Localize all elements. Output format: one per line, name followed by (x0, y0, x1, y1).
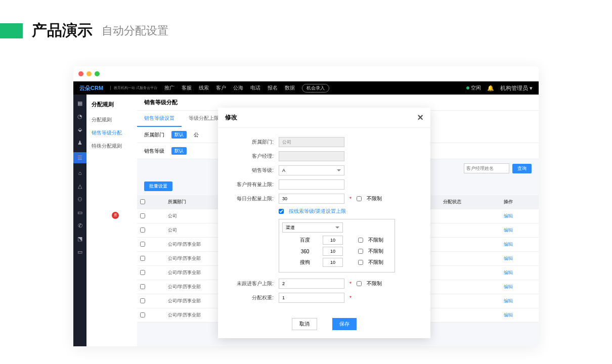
edit-link[interactable]: 编辑 (501, 266, 539, 280)
rail-home-icon[interactable]: ⌂ (76, 169, 83, 176)
nav-support[interactable]: 客服 (182, 84, 192, 92)
rail-warn-icon[interactable]: △ (76, 183, 83, 190)
th-status: 分配状态 (440, 195, 501, 209)
label-weight: 分配权重: (228, 294, 274, 301)
row-checkbox[interactable] (140, 312, 145, 317)
filter-dept-val: 公 (194, 131, 199, 139)
channel-input[interactable] (323, 258, 343, 267)
channel-input[interactable] (323, 236, 343, 245)
rail-doc-icon[interactable]: ▭ (76, 209, 83, 216)
float-badge[interactable]: 库 (112, 212, 119, 219)
channel-nolimit-label: 不限制 (368, 259, 383, 266)
rail-tag-icon[interactable]: ⬔ (76, 235, 83, 242)
modal-title: 修改 (225, 113, 237, 122)
opportunity-entry-button[interactable]: 机会录入 (302, 84, 329, 93)
bell-icon[interactable]: 🔔 (487, 85, 494, 92)
th-checkbox[interactable] (137, 195, 165, 209)
cb-by-channel[interactable] (279, 209, 284, 214)
accent-block (0, 23, 23, 38)
nav-customers[interactable]: 客户 (216, 84, 226, 92)
icon-rail: ▦ ◔ ⬙ ♟ ☰ ⌂ △ ⚇ ▭ ✆ ⬔ ▭ (73, 95, 86, 346)
rail-card-icon[interactable]: ▭ (76, 248, 83, 255)
nav-promo[interactable]: 推广 (164, 84, 174, 92)
label-by-channel: 按线索等级/渠道设置上限 (289, 208, 346, 215)
minimize-dot[interactable] (86, 71, 92, 76)
sidebar-item-special[interactable]: 特殊分配规则 (86, 140, 137, 153)
rail-assign-icon[interactable]: ☰ (73, 152, 86, 163)
sidebar: 分配规则 分配规则 销售等级分配 特殊分配规则 (86, 95, 137, 346)
label-level: 销售等级: (228, 167, 274, 174)
batch-set-button[interactable]: 批量设置 (144, 181, 172, 191)
rail-chart-icon[interactable]: ⬙ (76, 126, 83, 133)
select-level[interactable]: A (279, 165, 344, 175)
edit-link[interactable]: 编辑 (501, 280, 539, 294)
close-dot[interactable] (78, 71, 83, 76)
filter-dept-tag[interactable]: 默认 (171, 131, 187, 139)
edit-link[interactable]: 编辑 (501, 223, 539, 238)
rail-phone-icon[interactable]: ✆ (76, 222, 83, 229)
label-unfollow: 未跟进客户上限: (228, 280, 274, 287)
label-dept: 所属部门: (228, 139, 274, 146)
filter-level-label: 销售等级 (144, 148, 164, 155)
close-icon[interactable]: × (417, 112, 423, 123)
channel-nolimit-cb[interactable] (358, 260, 363, 265)
input-hold[interactable] (279, 179, 344, 190)
tab-level-setting[interactable]: 销售等级设置 (137, 111, 182, 127)
nav-data[interactable]: 数据 (285, 84, 295, 92)
rail-person-icon[interactable]: ⚇ (76, 196, 83, 203)
row-checkbox[interactable] (140, 298, 145, 303)
rail-dashboard-icon[interactable]: ▦ (76, 100, 83, 107)
page-title: 产品演示 (32, 20, 93, 41)
app-window: 云朵CRM 教育机构一站 式服务云平台 推广 客服 线索 客户 公海 电话 报名… (73, 66, 539, 346)
nav-leads[interactable]: 线索 (199, 84, 209, 92)
window-titlebar (73, 66, 539, 81)
label-manager: 客户经理: (228, 153, 274, 160)
row-checkbox[interactable] (140, 242, 145, 247)
rail-user-icon[interactable]: ♟ (76, 139, 83, 146)
channel-box: 渠道 百度不限制360不限制搜狗不限制 (279, 219, 395, 272)
nav-signup[interactable]: 报名 (268, 84, 278, 92)
rail-shield-icon[interactable]: ◔ (76, 113, 83, 120)
maximize-dot[interactable] (95, 71, 100, 76)
input-manager (279, 151, 344, 161)
row-checkbox[interactable] (140, 213, 145, 218)
edit-link[interactable]: 编辑 (501, 209, 539, 223)
channel-nolimit-cb[interactable] (358, 249, 363, 254)
user-menu[interactable]: 机构管理员 ▾ (500, 84, 533, 92)
filter-level-tag[interactable]: 默认 (171, 147, 187, 155)
select-channel[interactable]: 渠道 (282, 222, 343, 233)
edit-link[interactable]: 编辑 (501, 294, 539, 308)
channel-input[interactable] (323, 247, 343, 256)
sidebar-item-level[interactable]: 销售等级分配 (86, 126, 137, 140)
cb-unfollow-nolimit[interactable] (357, 281, 362, 286)
input-unfollow[interactable] (279, 279, 344, 289)
search-button[interactable]: 查询 (512, 164, 532, 173)
top-nav: 云朵CRM 教育机构一站 式服务云平台 推广 客服 线索 客户 公海 电话 报名… (73, 81, 539, 95)
sidebar-title: 分配规则 (86, 101, 137, 113)
save-button[interactable]: 保存 (332, 318, 357, 330)
channel-name: 百度 (292, 237, 318, 244)
edit-link[interactable]: 编辑 (501, 238, 539, 252)
logo-subtitle: 教育机构一站 式服务云平台 (110, 86, 157, 90)
sidebar-item-rules[interactable]: 分配规则 (86, 113, 137, 126)
nav-phone[interactable]: 电话 (250, 84, 260, 92)
cb-daily-nolimit[interactable] (357, 196, 362, 201)
channel-nolimit-cb[interactable] (358, 238, 363, 243)
input-weight[interactable] (279, 293, 344, 303)
search-input[interactable] (464, 163, 509, 173)
row-checkbox[interactable] (140, 270, 145, 275)
edit-link[interactable]: 编辑 (501, 252, 539, 266)
input-dept (279, 137, 344, 147)
input-daily[interactable] (279, 194, 344, 204)
cancel-button[interactable]: 取消 (292, 318, 317, 330)
th-action: 操作 (501, 195, 539, 209)
row-checkbox[interactable] (140, 284, 145, 289)
filter-dept-label: 所属部门 (144, 131, 164, 139)
row-checkbox[interactable] (140, 256, 145, 261)
row-checkbox[interactable] (140, 228, 145, 233)
edit-link[interactable]: 编辑 (501, 308, 539, 323)
label-nolimit: 不限制 (367, 195, 382, 202)
page-subtitle: 自动分配设置 (102, 23, 168, 38)
nav-pool[interactable]: 公海 (233, 84, 243, 92)
channel-name: 搜狗 (292, 259, 318, 266)
